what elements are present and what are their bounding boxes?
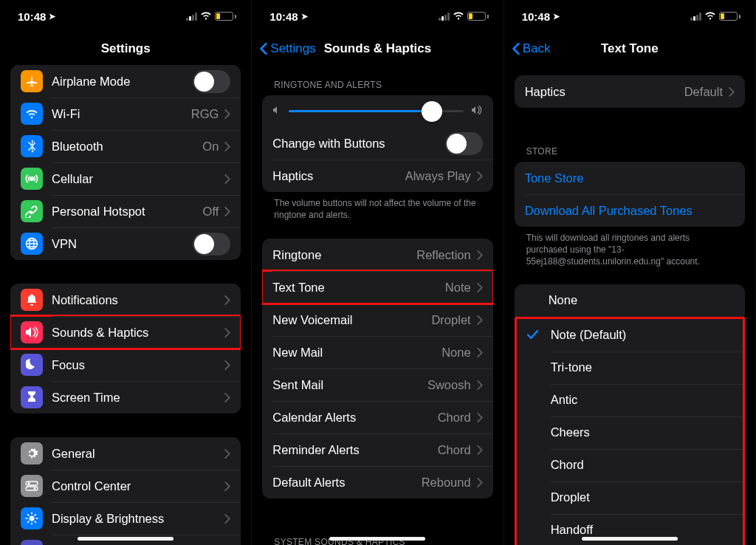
sound-row-text-tone[interactable]: Text ToneNote — [262, 271, 492, 304]
status-bar: 10:48 ➤ 21 — [0, 0, 251, 32]
settings-row-notifications[interactable]: Notifications — [10, 284, 241, 316]
row-value: Off — [203, 205, 219, 219]
sound-row-default-alerts[interactable]: Default AlertsRebound — [262, 466, 492, 498]
settings-row-control-center[interactable]: Control Center — [10, 470, 241, 502]
tone-label: Tri-tone — [551, 360, 592, 374]
row-label: Sent Mail — [272, 378, 427, 392]
sound-row-reminder-alerts[interactable]: Reminder AlertsChord — [262, 433, 492, 466]
settings-row-screen-time[interactable]: Screen Time — [10, 381, 241, 414]
svg-rect-2 — [26, 481, 38, 485]
chevron-right-icon — [729, 87, 735, 97]
tone-row-droplet[interactable]: Droplet — [517, 481, 743, 514]
row-label: Personal Hotspot — [52, 205, 203, 219]
home-indicator[interactable] — [78, 537, 173, 541]
settings-row-cellular[interactable]: Cellular — [10, 162, 241, 195]
sound-row-new-mail[interactable]: New MailNone — [262, 336, 492, 369]
screen-text-tone: 10:48 ➤ 21 Back Text Tone Haptics Defaul… — [504, 0, 756, 545]
row-label: Display & Brightness — [52, 512, 224, 526]
chevron-right-icon — [224, 360, 230, 370]
status-time: 10:48 — [522, 10, 550, 23]
change-with-buttons-row[interactable]: Change with Buttons — [262, 127, 492, 160]
tone-label: Antic — [551, 393, 578, 407]
chevron-right-icon — [224, 514, 230, 524]
row-label: General — [52, 447, 224, 461]
tone-row-none[interactable]: None — [515, 284, 745, 317]
row-value: Chord — [438, 411, 471, 425]
row-value: Default — [684, 85, 723, 99]
nav-bar: Back Text Tone — [504, 32, 755, 65]
nav-bar: Settings — [0, 32, 251, 65]
link-label: Download All Purchased Tones — [525, 204, 735, 218]
tone-row-note-default-[interactable]: Note (Default) — [517, 319, 743, 352]
speaker-low-icon — [272, 106, 281, 117]
tone-label: Cheers — [551, 425, 590, 439]
back-button[interactable]: Back — [512, 41, 551, 56]
settings-row-bluetooth[interactable]: BluetoothOn — [10, 130, 241, 162]
sound-row-ringtone[interactable]: RingtoneReflection — [262, 239, 492, 271]
toggle[interactable] — [193, 233, 230, 256]
tone-row-chord[interactable]: Chord — [517, 449, 743, 481]
row-label: Change with Buttons — [272, 137, 444, 151]
settings-row-focus[interactable]: Focus — [10, 349, 241, 381]
settings-group-general: GeneralControl CenterDisplay & Brightnes… — [10, 437, 241, 545]
bell-icon — [21, 289, 43, 311]
row-value: Note — [445, 281, 471, 295]
location-icon: ➤ — [301, 12, 308, 21]
hourglass-icon — [21, 386, 43, 408]
tone-label: Handoff — [551, 523, 594, 537]
tone-row-cheers[interactable]: Cheers — [517, 417, 743, 449]
home-indicator[interactable] — [582, 537, 678, 541]
chevron-right-icon — [224, 295, 230, 305]
chevron-right-icon — [477, 250, 483, 260]
page-title: Sounds & Haptics — [324, 41, 431, 56]
screen-sounds-haptics: 10:48 ➤ 21 Settings Sounds & Haptics RIN… — [252, 0, 504, 545]
cellular-signal-icon — [690, 13, 701, 21]
back-button[interactable]: Settings — [259, 41, 315, 56]
store-group: Tone StoreDownload All Purchased Tones — [515, 162, 745, 227]
sound-row-new-voicemail[interactable]: New VoicemailDroplet — [262, 304, 492, 336]
haptics-row[interactable]: Haptics Default — [515, 75, 745, 108]
battery-icon: 21 — [467, 12, 489, 21]
switches-icon — [21, 475, 43, 497]
change-with-buttons-toggle[interactable] — [445, 132, 483, 155]
tones-group: NoneNote (Default)Tri-toneAnticCheersCho… — [515, 284, 745, 545]
sound-row-calendar-alerts[interactable]: Calendar AlertsChord — [262, 401, 492, 433]
chevron-right-icon — [224, 449, 230, 459]
ringer-volume-slider[interactable] — [262, 95, 492, 127]
volume-footer: The volume buttons will not affect the v… — [262, 192, 492, 221]
tone-row-tri-tone[interactable]: Tri-tone — [517, 352, 743, 384]
tone-label: None — [549, 293, 577, 307]
home-indicator[interactable] — [329, 537, 425, 541]
row-value: None — [441, 346, 470, 360]
row-label: Screen Time — [52, 391, 224, 405]
settings-row-display-brightness[interactable]: Display & Brightness — [10, 502, 241, 535]
toggle[interactable] — [193, 70, 230, 93]
settings-row-vpn[interactable]: VPN — [10, 227, 241, 260]
settings-row-airplane-mode[interactable]: Airplane Mode — [10, 65, 241, 97]
settings-row-wi-fi[interactable]: Wi-FiRGG — [10, 97, 241, 130]
haptics-row[interactable]: Haptics Always Play — [262, 160, 492, 192]
tone-row-antic[interactable]: Antic — [517, 384, 743, 417]
settings-row-sounds-haptics[interactable]: Sounds & Haptics — [10, 316, 241, 349]
tone-label: Droplet — [551, 490, 590, 504]
airplane-icon — [21, 70, 43, 92]
chevron-right-icon — [477, 413, 483, 422]
settings-row-personal-hotspot[interactable]: Personal HotspotOff — [10, 195, 241, 227]
settings-group-connectivity: Airplane ModeWi-FiRGGBluetoothOnCellular… — [10, 65, 241, 260]
row-value: Rebound — [422, 476, 471, 490]
row-label: Ringtone — [272, 248, 416, 262]
settings-row-general[interactable]: General — [10, 437, 241, 470]
chevron-right-icon — [477, 283, 483, 292]
chevron-right-icon — [224, 109, 230, 119]
store-link-download-all-purchased-tones[interactable]: Download All Purchased Tones — [515, 194, 745, 227]
store-link-tone-store[interactable]: Tone Store — [515, 162, 745, 194]
row-label: Calendar Alerts — [272, 411, 437, 425]
sound-row-sent-mail[interactable]: Sent MailSwoosh — [262, 369, 492, 401]
wifi-icon — [704, 11, 716, 22]
settings-group-notifications: NotificationsSounds & HapticsFocusScreen… — [10, 284, 241, 414]
store-footer: This will download all ringtones and ale… — [515, 227, 745, 268]
location-icon: ➤ — [49, 12, 55, 21]
row-label: Text Tone — [272, 281, 444, 295]
chevron-right-icon — [224, 393, 230, 402]
row-label: Haptics — [525, 85, 684, 99]
